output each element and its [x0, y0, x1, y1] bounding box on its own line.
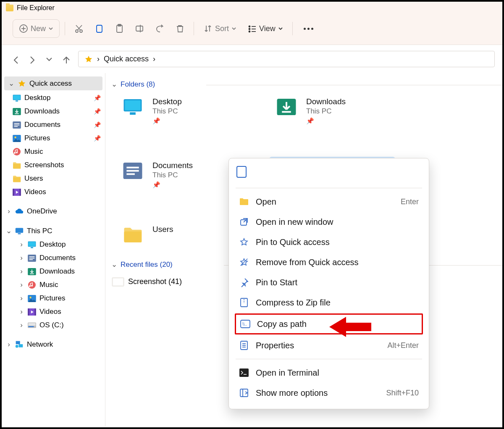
svg-text:\\..: \\..: [242, 322, 247, 326]
svg-rect-60: [130, 113, 136, 115]
sidebar-item-videos[interactable]: Videos: [2, 185, 105, 199]
sidebar-item-pictures[interactable]: ›Pictures: [2, 292, 105, 305]
recent-section-header[interactable]: ⌄ Recent files (20): [110, 258, 173, 273]
folders-section-header[interactable]: ⌄ Folders (8): [110, 77, 156, 93]
sidebar-item-pictures[interactable]: Pictures📌: [2, 132, 105, 145]
sidebar-label: OS (C:): [39, 321, 64, 329]
desktop-icon: [28, 240, 36, 249]
share-button[interactable]: [151, 21, 168, 37]
svg-rect-30: [13, 164, 21, 168]
videos-icon: [28, 308, 36, 316]
sidebar-item-desktop[interactable]: Desktop📌: [2, 91, 105, 105]
sidebar-label: Music: [39, 281, 58, 289]
sidebar-item-quick-access[interactable]: ⌄ Quick access: [4, 76, 102, 90]
sidebar-item-desktop[interactable]: ›Desktop: [2, 238, 105, 251]
divider: [236, 188, 422, 188]
document-icon: [13, 121, 21, 129]
shortcut-label: Alt+Enter: [387, 341, 419, 350]
context-item-label: Open in Terminal: [256, 368, 319, 378]
chevron-down-icon: [48, 26, 53, 31]
sidebar-item-music[interactable]: Music: [2, 145, 105, 158]
folder-tile-users[interactable]: Users: [116, 221, 242, 249]
document-icon: [121, 161, 145, 181]
copy-button[interactable]: [90, 21, 108, 37]
svg-rect-84: [239, 368, 249, 377]
sidebar-item-documents[interactable]: ›Documents: [2, 251, 105, 265]
context-item-open[interactable]: OpenEnter: [231, 192, 426, 212]
sidebar-item-screenshots[interactable]: Screenshots: [2, 158, 105, 172]
delete-button[interactable]: [171, 21, 189, 37]
open-window-icon: [239, 217, 249, 227]
desktop-icon: [121, 97, 145, 117]
context-item-copy-as-path[interactable]: \\..Copy as path: [236, 315, 422, 333]
pin-icon: 📌: [94, 135, 101, 142]
more-button[interactable]: [298, 28, 319, 30]
shortcut-label: Shift+F10: [386, 389, 419, 397]
sidebar-label: Quick access: [29, 79, 72, 88]
divider: [206, 85, 502, 85]
context-item-remove-from-quick-access[interactable]: Remove from Quick access: [231, 252, 426, 272]
sidebar-item-this-pc[interactable]: ⌄ This PC: [2, 224, 105, 238]
sidebar-item-downloads[interactable]: Downloads📌: [2, 105, 105, 118]
drive-icon: [28, 321, 36, 329]
context-item-show-more-options[interactable]: Show more optionsShift+F10: [231, 383, 426, 403]
app-title: File Explorer: [17, 4, 55, 12]
svg-point-48: [29, 296, 31, 298]
network-icon: [15, 340, 24, 349]
sidebar-item-network[interactable]: › Network: [2, 338, 105, 351]
sort-button[interactable]: Sort: [199, 21, 241, 37]
sidebar-label: OneDrive: [27, 207, 57, 216]
folder-tile-downloads[interactable]: DownloadsThis PC📌: [269, 93, 395, 129]
clipboard-icon: [115, 24, 124, 33]
annotation-arrow: [329, 313, 371, 342]
context-item-open-in-terminal[interactable]: Open in Terminal: [231, 363, 426, 383]
sidebar-item-downloads[interactable]: ›Downloads: [2, 265, 105, 278]
sidebar-label: Videos: [24, 188, 46, 196]
sidebar-item-documents[interactable]: Documents📌: [2, 118, 105, 132]
rename-button[interactable]: [131, 21, 148, 37]
sort-icon: [203, 24, 213, 33]
context-item-label: Remove from Quick access: [256, 258, 359, 267]
cut-button[interactable]: [70, 21, 88, 37]
context-item-label: Pin to Quick access: [256, 237, 330, 247]
sidebar-item-onedrive[interactable]: › OneDrive: [2, 205, 105, 218]
address-bar[interactable]: › Quick access ›: [78, 51, 495, 67]
svg-point-16: [249, 31, 250, 32]
sidebar-item-videos[interactable]: ›Videos: [2, 305, 105, 318]
chevron-right-icon: ›: [18, 308, 24, 316]
view-button[interactable]: View: [243, 21, 287, 37]
chevron-right-icon: ›: [18, 254, 24, 262]
forward-button[interactable]: [28, 55, 37, 64]
context-item-compress-to-zip-file[interactable]: Compress to Zip file: [231, 292, 426, 313]
back-button[interactable]: [11, 55, 20, 64]
context-item-label: Copy as path: [257, 319, 307, 329]
chevron-right-icon: ›: [18, 294, 24, 303]
paste-button[interactable]: [110, 21, 128, 37]
up-button[interactable]: [61, 55, 71, 64]
divider: [292, 22, 293, 35]
desktop-icon: [13, 94, 21, 102]
context-item-properties[interactable]: PropertiesAlt+Enter: [231, 335, 426, 355]
svg-point-12: [249, 26, 250, 27]
sidebar-item-os-c-[interactable]: ›OS (C:): [2, 318, 105, 332]
music-icon: [13, 147, 21, 156]
pin-icon: 📌: [306, 117, 346, 125]
context-item-pin-to-start[interactable]: Pin to Start: [231, 272, 426, 292]
recent-dropdown[interactable]: [45, 55, 54, 64]
toolbar: New Sort View: [2, 14, 502, 45]
context-item-open-in-new-window[interactable]: Open in new window: [231, 212, 426, 232]
sidebar-item-users[interactable]: Users: [2, 172, 105, 185]
folder-tile-documents[interactable]: DocumentsThis PC📌: [116, 157, 242, 193]
context-item-pin-to-quick-access[interactable]: Pin to Quick access: [231, 232, 426, 252]
sidebar-item-music[interactable]: ›Music: [2, 278, 105, 292]
chevron-right-icon: ›: [18, 281, 24, 289]
new-button[interactable]: New: [13, 19, 60, 38]
svg-point-28: [14, 136, 16, 138]
folder-tile-desktop[interactable]: DesktopThis PC📌: [116, 93, 242, 129]
breadcrumb-item[interactable]: Quick access: [104, 55, 149, 63]
copy-icon[interactable]: [236, 166, 247, 178]
sidebar-label: Network: [27, 340, 53, 349]
chevron-down-icon: [278, 26, 283, 31]
pictures-icon: [13, 134, 21, 142]
svg-rect-54: [29, 326, 34, 327]
